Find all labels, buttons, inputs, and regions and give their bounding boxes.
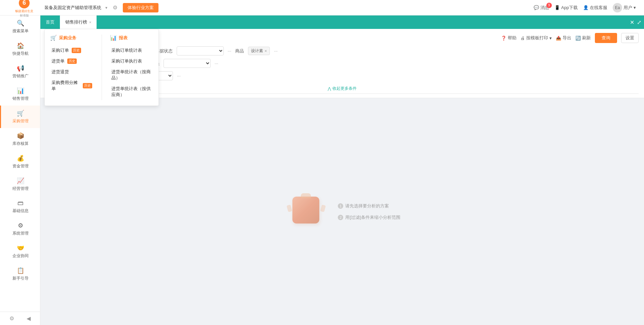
brand-name: 畅捷通好生意	[15, 9, 33, 13]
system-dropdown-icon[interactable]: ▾	[105, 5, 107, 10]
help-icon: ❓	[501, 36, 506, 41]
report-col-title: 📊 报表	[110, 35, 153, 41]
sidebar-item-newguide[interactable]: 📋 新手引导	[0, 263, 40, 285]
purchase-col-title: 🛒 采购业务	[50, 35, 94, 41]
sidebar-label-basic: 基础信息	[12, 208, 29, 214]
user-item[interactable]: Ea 用户 ▾	[613, 3, 636, 12]
goods-tag[interactable]: 设计素 ×	[248, 47, 270, 55]
dropdown-return-goods[interactable]: 进货退货	[50, 67, 94, 77]
purchase-dropdown-menu: 🛒 采购业务 采购订单 历史 进货单 历史 进货退货 采购费用分摊单 历史	[44, 29, 159, 106]
collapse-up-icon: ⋀	[328, 86, 331, 91]
help-button[interactable]: ❓ 帮助	[501, 35, 516, 41]
sidebar-label-newguide: 新手引导	[12, 276, 29, 281]
sidebar-label-quicknav: 快捷导航	[12, 51, 29, 56]
dropdown-purchase-order-exec[interactable]: 采购订单执行表	[110, 56, 153, 67]
finance-icon: 💰	[17, 155, 24, 162]
dropdown-incoming-order[interactable]: 进货单 历史	[50, 56, 94, 67]
hint2-text: 用[过滤]条件来缩小分析范围	[345, 213, 400, 222]
doc-status-more[interactable]: ···	[228, 48, 231, 53]
dropdown-purchase-order-stat[interactable]: 采购订单统计表	[110, 45, 153, 56]
report-col: 📊 报表 采购订单统计表 采购订单执行表 进货单统计表（按商品） 进货单统计表（…	[110, 35, 153, 100]
tab-close-all-icon[interactable]: ✕	[630, 19, 634, 26]
home-icon: 🏠	[17, 42, 24, 49]
search-button[interactable]: 查询	[595, 33, 617, 43]
experience-button[interactable]: 体验行业方案	[123, 3, 158, 12]
sidebar-item-enterprise[interactable]: 🤝 企业协同	[0, 240, 40, 263]
dropdown-incoming-stat-goods[interactable]: 进货单统计表（按商品）	[110, 67, 153, 83]
brand-label: 标准版	[20, 13, 29, 18]
goods-label: 商品	[235, 48, 244, 54]
export-button[interactable]: 📤 导出	[556, 35, 571, 41]
logo-area: 6 畅捷通好生意 标准版	[4, 0, 44, 18]
system-title: 装备及固定资产辅助管理系统	[44, 5, 101, 11]
refresh-button[interactable]: 🔄 刷新	[575, 35, 591, 41]
sidebar-label-enterprise: 企业协同	[12, 253, 29, 259]
sidebar-item-marketing[interactable]: 📢 营销推广	[0, 60, 40, 83]
collapse-sidebar-icon[interactable]: ◀	[27, 315, 31, 322]
purchase-business-col: 🛒 采购业务 采购订单 历史 进货单 历史 进货退货 采购费用分摊单 历史	[50, 35, 94, 100]
enterprise-icon: 🤝	[17, 244, 24, 252]
message-item[interactable]: 💬 消息 9	[534, 5, 549, 11]
tab-bar: 首页 销售排行榜 × ✕ ⤢	[40, 15, 644, 29]
home-tab-label: 首页	[46, 19, 55, 25]
empty-illustration	[284, 192, 328, 232]
salesperson-more[interactable]: ···	[215, 61, 218, 66]
message-icon: 💬	[534, 5, 539, 10]
sidebar-item-quicknav[interactable]: 🏠 快捷导航	[0, 38, 40, 60]
settings-bottom-icon[interactable]: ⚙	[9, 315, 14, 322]
dropdown-purchase-order[interactable]: 采购订单 历史	[50, 45, 94, 56]
sidebar-label-marketing: 营销推广	[12, 73, 29, 79]
marketing-icon: 📢	[17, 65, 24, 72]
refresh-icon: 🔄	[575, 36, 581, 41]
sidebar: 🔍 搜索菜单 🏠 快捷导航 📢 营销推广 📊 销售管理 🛒 采购管理 📦 库存核…	[0, 15, 40, 325]
sidebar-label-system: 系统管理	[12, 231, 29, 236]
purchase-icon: 🛒	[17, 110, 24, 117]
sidebar-item-system[interactable]: ⚙ 系统管理	[0, 218, 40, 240]
salesperson-select[interactable]	[164, 59, 211, 68]
customer-more[interactable]: ···	[177, 73, 181, 78]
search-icon: 🔍	[17, 19, 24, 27]
hint1-text: 请先选择要分析的方案	[345, 202, 389, 210]
sidebar-bottom: ⚙ ◀	[0, 312, 40, 325]
empty-hints: 1 请先选择要分析的方案 2 用[过滤]条件来缩小分析范围	[338, 202, 400, 222]
collapse-text: 收起更多条件	[332, 86, 357, 91]
online-service-item[interactable]: 👤 在线客服	[583, 5, 607, 11]
top-nav: 装备及固定资产辅助管理系统 ▾ ⚙ 体验行业方案	[44, 3, 534, 12]
goods-more[interactable]: ···	[274, 48, 278, 53]
sidebar-label-sales: 销售管理	[12, 96, 29, 101]
history-badge-1: 历史	[72, 48, 81, 53]
sidebar-item-sales[interactable]: 📊 销售管理	[0, 83, 40, 106]
hint1-icon: 1	[338, 203, 343, 209]
export-icon: 📤	[556, 36, 561, 41]
sales-icon: 📊	[17, 87, 24, 94]
tab-maximize-icon[interactable]: ⤢	[637, 19, 641, 26]
tab-close-icon[interactable]: ×	[89, 20, 91, 24]
divider	[102, 35, 102, 100]
dropdown-purchase-expense[interactable]: 采购费用分摊单 历史	[50, 77, 94, 94]
phone-icon: 📱	[554, 5, 560, 10]
doc-status-select[interactable]	[177, 46, 224, 55]
print-dropdown-icon: ▾	[549, 36, 552, 41]
settings-button[interactable]: 设置	[621, 33, 639, 43]
system-settings-icon[interactable]: ⚙	[113, 4, 117, 11]
sidebar-item-operations[interactable]: 📈 经营管理	[0, 173, 40, 196]
sidebar-label-finance: 资金管理	[12, 163, 29, 169]
print-button[interactable]: 🖨 按模板打印 ▾	[521, 35, 552, 41]
sidebar-item-purchase[interactable]: 🛒 采购管理	[0, 106, 40, 128]
system-icon: ⚙	[18, 222, 23, 229]
sidebar-item-basic[interactable]: 🗃 基础信息	[0, 196, 40, 218]
hint2-icon: 2	[338, 215, 343, 220]
sidebar-item-search[interactable]: 🔍 搜索菜单	[0, 15, 40, 38]
app-download-item[interactable]: 📱 App下载	[554, 5, 578, 11]
sidebar-item-finance[interactable]: 💰 资金管理	[0, 151, 40, 173]
top-bar: 6 畅捷通好生意 标准版 装备及固定资产辅助管理系统 ▾ ⚙ 体验行业方案 💬 …	[0, 0, 644, 15]
user-dropdown-icon: ▾	[634, 5, 636, 10]
message-badge: 9	[546, 3, 552, 8]
active-tab-label: 销售排行榜	[65, 19, 87, 25]
dropdown-incoming-stat-supplier[interactable]: 进货单统计表（按供应商）	[110, 83, 153, 100]
service-icon: 👤	[583, 5, 588, 10]
goods-tag-close[interactable]: ×	[264, 49, 267, 53]
top-right: 💬 消息 9 📱 App下载 👤 在线客服 Ea 用户 ▾	[534, 3, 636, 12]
sidebar-item-inventory[interactable]: 📦 库存核算	[0, 128, 40, 151]
tab-sales-ranking[interactable]: 销售排行榜 ×	[60, 15, 97, 29]
